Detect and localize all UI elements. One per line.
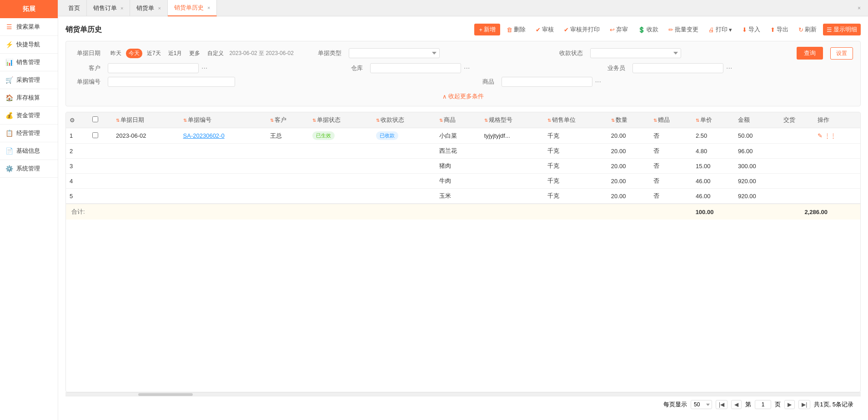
collect-status-select[interactable] bbox=[590, 48, 681, 58]
col-gift[interactable]: ⇅赠品 bbox=[650, 112, 692, 128]
docno-input[interactable] bbox=[108, 77, 235, 87]
collect-status-badge: 已收款 bbox=[376, 131, 398, 140]
collect-status-label: 收款状态 bbox=[556, 49, 583, 57]
col-qty[interactable]: ⇅数量 bbox=[607, 112, 650, 128]
abandon-button[interactable]: ↩ 弃审 bbox=[606, 24, 632, 35]
col-unit[interactable]: ⇅销售单位 bbox=[544, 112, 607, 128]
row-gift: 否 bbox=[650, 174, 692, 189]
audit-button[interactable]: ✔ 审核 bbox=[532, 24, 557, 35]
col-goods[interactable]: ⇅商品 bbox=[436, 112, 480, 128]
import-button[interactable]: ⬇ 导入 bbox=[738, 24, 764, 35]
doc-type-select[interactable] bbox=[349, 48, 440, 58]
collect-button[interactable]: 💲 收款 bbox=[634, 24, 662, 35]
sidebar-item-sales-mgmt[interactable]: 📊 销售管理 bbox=[0, 54, 58, 71]
shortcut-1month[interactable]: 近1月 bbox=[166, 49, 185, 58]
collect-label: 收款 bbox=[647, 25, 658, 34]
last-page-btn[interactable]: ▶| bbox=[798, 400, 810, 409]
row-gift: 否 bbox=[650, 144, 692, 159]
row-price: 2.50 bbox=[692, 128, 734, 144]
page-input[interactable] bbox=[755, 400, 771, 409]
row-gift: 否 bbox=[650, 128, 692, 144]
col-price-label: 单价 bbox=[700, 116, 712, 123]
col-price[interactable]: ⇅单价 bbox=[692, 112, 734, 128]
tab-close-all[interactable]: × bbox=[854, 5, 864, 11]
salesperson-ellipsis[interactable]: ··· bbox=[726, 65, 732, 72]
warehouse-ellipsis[interactable]: ··· bbox=[464, 65, 470, 72]
delete-button[interactable]: 🗑 删除 bbox=[503, 24, 529, 35]
more-action-icon[interactable]: ⋮⋮ bbox=[824, 132, 836, 139]
shortcut-7days[interactable]: 近7天 bbox=[144, 49, 164, 58]
col-amount[interactable]: 金额 bbox=[734, 112, 780, 128]
sidebar-item-system-mgmt[interactable]: ⚙️ 系统管理 bbox=[0, 160, 58, 178]
collapse-more-btn[interactable]: ∧ 收起更多条件 bbox=[73, 90, 853, 100]
col-docno[interactable]: ⇅单据编号 bbox=[180, 112, 267, 128]
customer-input[interactable] bbox=[108, 63, 199, 73]
tab-sales-delivery-close[interactable]: × bbox=[158, 5, 161, 11]
horizontal-scrollbar[interactable] bbox=[65, 392, 861, 396]
print-button[interactable]: 🖨 打印 ▾ bbox=[705, 24, 736, 35]
shortcut-more[interactable]: 更多 bbox=[186, 49, 203, 58]
set-button[interactable]: 设置 bbox=[830, 47, 853, 60]
sidebar-item-purchase-mgmt[interactable]: 🛒 采购管理 bbox=[0, 71, 58, 89]
row-docno bbox=[180, 144, 267, 159]
col-docno-label: 单据编号 bbox=[188, 116, 211, 123]
show-detail-button[interactable]: ☰ 显示明细 bbox=[823, 24, 861, 35]
goods-control: ··· bbox=[502, 77, 853, 87]
table-row: 3 猪肉 千克 20.00 否 15.00 300.00 bbox=[66, 159, 860, 174]
tab-sales-order-close[interactable]: × bbox=[120, 5, 123, 11]
row-checkbox[interactable] bbox=[92, 132, 98, 138]
table-header-row: ⚙ ⇅单据日期 ⇅单据编号 ⇅客户 ⇅单据状态 ⇅收款状态 ⇅商品 ⇅规格型号 … bbox=[66, 112, 860, 128]
row-transaction bbox=[780, 189, 814, 204]
col-date[interactable]: ⇅单据日期 bbox=[112, 112, 180, 128]
date-label: 单据日期 bbox=[73, 49, 100, 57]
sidebar-item-inventory[interactable]: 🏠 库存核算 bbox=[0, 89, 58, 107]
batch-change-button[interactable]: ✏ 批量变更 bbox=[665, 24, 702, 35]
page-size-select[interactable]: 50 10 20 100 bbox=[691, 400, 712, 409]
doc-no-link[interactable]: SA-20230602-0 bbox=[183, 132, 225, 139]
col-qty-label: 数量 bbox=[616, 116, 627, 123]
sort-docstatus-icon: ⇅ bbox=[312, 118, 316, 123]
goods-ellipsis[interactable]: ··· bbox=[595, 78, 601, 85]
warehouse-input[interactable] bbox=[370, 63, 461, 73]
sidebar-item-operations[interactable]: 📋 经营管理 bbox=[0, 125, 58, 142]
goods-input[interactable] bbox=[502, 77, 592, 87]
col-checkbox[interactable] bbox=[89, 112, 112, 128]
first-page-btn[interactable]: |◀ bbox=[716, 400, 728, 409]
prev-page-btn[interactable]: ◀ bbox=[731, 400, 742, 409]
salesperson-input[interactable] bbox=[632, 63, 723, 73]
export-button[interactable]: ⬆ 导出 bbox=[767, 24, 792, 35]
edit-action-icon[interactable]: ✎ bbox=[818, 132, 823, 139]
sidebar-item-basic-info[interactable]: 📄 基础信息 bbox=[0, 142, 58, 160]
col-goods-label: 商品 bbox=[444, 116, 456, 123]
select-all-checkbox[interactable] bbox=[92, 116, 98, 122]
sidebar-item-quick-nav[interactable]: ⚡ 快捷导航 bbox=[0, 36, 58, 54]
tab-sales-history-close[interactable]: × bbox=[207, 5, 210, 10]
sidebar-item-search-menu[interactable]: ☰ 搜索菜单 bbox=[0, 18, 58, 36]
col-customer[interactable]: ⇅客户 bbox=[266, 112, 309, 128]
tab-sales-order[interactable]: 销售订单 × bbox=[87, 0, 130, 16]
date-filter-control: 昨天 今天 近7天 近1月 更多 自定义 2023-06-02 至 2023-0… bbox=[108, 49, 307, 58]
shortcut-today[interactable]: 今天 bbox=[126, 49, 142, 58]
audit-print-button[interactable]: ✔ 审核并打印 bbox=[560, 24, 603, 35]
query-button[interactable]: 查询 bbox=[797, 47, 823, 60]
col-doc-status[interactable]: ⇅单据状态 bbox=[309, 112, 372, 128]
col-spec[interactable]: ⇅规格型号 bbox=[481, 112, 544, 128]
data-table: ⚙ ⇅单据日期 ⇅单据编号 ⇅客户 ⇅单据状态 ⇅收款状态 ⇅商品 ⇅规格型号 … bbox=[66, 112, 860, 204]
col-spec-label: 规格型号 bbox=[489, 116, 512, 123]
add-button[interactable]: + 新增 bbox=[474, 24, 500, 35]
shortcut-custom[interactable]: 自定义 bbox=[205, 49, 226, 58]
col-collect-status[interactable]: ⇅收款状态 bbox=[372, 112, 436, 128]
row-customer bbox=[266, 174, 309, 189]
col-settings[interactable]: ⚙ bbox=[66, 112, 89, 128]
tab-sales-delivery[interactable]: 销货单 × bbox=[130, 0, 167, 16]
shortcut-yesterday[interactable]: 昨天 bbox=[108, 49, 124, 58]
abandon-icon: ↩ bbox=[610, 26, 615, 33]
sidebar-item-finance[interactable]: 💰 资金管理 bbox=[0, 107, 58, 125]
tab-sales-history[interactable]: 销货单历史 × bbox=[168, 0, 217, 16]
scrollbar-thumb[interactable] bbox=[138, 393, 193, 396]
sidebar-item-label: 快捷导航 bbox=[16, 40, 40, 49]
customer-ellipsis[interactable]: ··· bbox=[201, 65, 207, 72]
next-page-btn[interactable]: ▶ bbox=[784, 400, 795, 409]
refresh-button[interactable]: ↻ 刷新 bbox=[795, 24, 820, 35]
tab-home[interactable]: 首页 bbox=[62, 0, 87, 16]
